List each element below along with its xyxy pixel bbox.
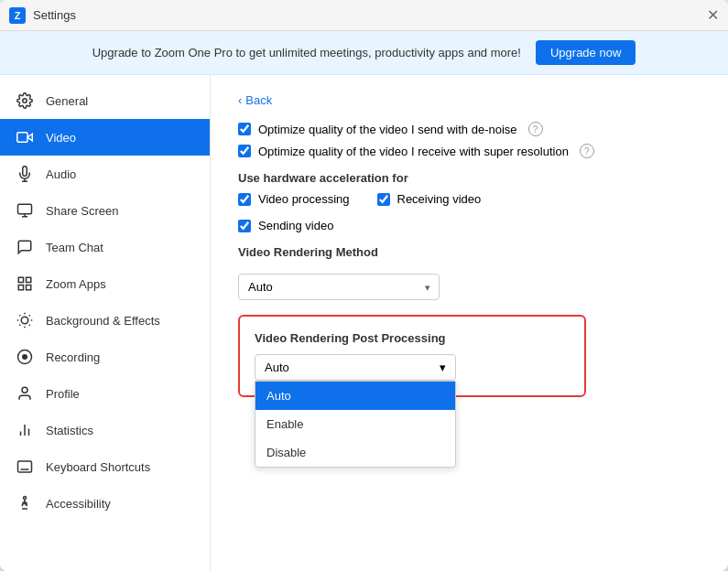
hardware-accel-title: Use hardware acceleration for	[238, 171, 701, 185]
sidebar-item-label: Team Chat	[46, 241, 103, 254]
zoom-logo-icon: Z	[9, 7, 26, 24]
main-content: GeneralVideoAudioShare ScreenTeam ChatZo…	[0, 75, 728, 571]
post-processing-dropdown-container: Auto ▾ Auto Enable Disable	[255, 354, 456, 381]
hardware-accel-group: Video processing Receiving video	[238, 192, 701, 213]
sidebar-item-zoom-apps[interactable]: Zoom Apps	[0, 265, 210, 302]
denoise-checkbox[interactable]	[238, 123, 251, 135]
svg-point-0	[23, 99, 27, 103]
sidebar-item-statistics[interactable]: Statistics	[0, 412, 210, 448]
superres-label: Optimize quality of the video I receive …	[258, 145, 569, 158]
superres-checkbox[interactable]	[238, 145, 251, 157]
sending-video-checkbox[interactable]	[238, 220, 251, 232]
share-screen-icon	[15, 200, 35, 221]
rendering-method-select-wrapper: Auto Direct3D11 Direct3D9 OpenGL ▾	[238, 274, 440, 300]
post-processing-dropdown-trigger[interactable]: Auto ▾	[255, 354, 456, 381]
recording-icon	[15, 347, 35, 367]
statistics-icon	[15, 420, 35, 440]
sidebar-item-recording[interactable]: Recording	[0, 339, 210, 375]
team-chat-icon	[15, 237, 35, 257]
svg-rect-9	[27, 277, 31, 282]
accessibility-icon	[15, 493, 35, 513]
zoom-apps-icon	[15, 274, 35, 294]
svg-point-23	[22, 387, 27, 393]
post-processing-title: Video Rendering Post Processing	[255, 331, 570, 345]
sidebar-item-background-effects[interactable]: Background & Effects	[0, 302, 210, 339]
post-processing-box: Video Rendering Post Processing Auto ▾ A…	[238, 315, 586, 397]
settings-window: Z Settings ✕ Upgrade to Zoom One Pro to …	[0, 0, 728, 571]
general-icon	[15, 91, 35, 111]
post-processing-selected: Auto	[265, 361, 289, 374]
sidebar-item-label: Video	[46, 131, 76, 145]
audio-icon	[15, 164, 35, 184]
sidebar-item-label: Share Screen	[46, 204, 119, 218]
sidebar-item-keyboard-shortcuts[interactable]: Keyboard Shortcuts	[0, 448, 210, 485]
video-processing-row: Video processing	[238, 192, 350, 206]
post-processing-dropdown-menu: Auto Enable Disable	[255, 381, 456, 468]
sidebar-item-label: Accessibility	[46, 497, 111, 511]
back-label: Back	[245, 93, 272, 107]
sidebar-item-general[interactable]: General	[0, 82, 210, 119]
title-bar: Z Settings ✕	[0, 0, 728, 31]
sidebar-item-label: Keyboard Shortcuts	[46, 460, 150, 474]
video-processing-label: Video processing	[258, 192, 350, 206]
close-button[interactable]: ✕	[706, 9, 719, 22]
post-processing-arrow-icon: ▾	[440, 361, 446, 374]
back-chevron-icon: ‹	[238, 93, 242, 107]
receiving-video-label: Receiving video	[397, 192, 482, 206]
svg-point-12	[21, 317, 28, 324]
svg-rect-10	[18, 286, 23, 290]
svg-rect-11	[27, 286, 31, 290]
upgrade-bar: Upgrade to Zoom One Pro to get unlimited…	[0, 31, 728, 75]
window-title: Settings	[33, 8, 76, 22]
post-processing-option-enable[interactable]: Enable	[255, 410, 455, 438]
sidebar-item-video[interactable]: Video	[0, 119, 210, 156]
svg-line-20	[29, 315, 30, 316]
denoise-checkbox-row: Optimize quality of the video I send wit…	[238, 122, 701, 136]
svg-line-15	[19, 315, 20, 316]
sidebar-item-label: Statistics	[46, 424, 93, 437]
sidebar-item-label: Recording	[46, 350, 100, 364]
sidebar-item-label: Zoom Apps	[46, 277, 106, 291]
svg-rect-8	[18, 277, 23, 282]
sidebar-item-audio[interactable]: Audio	[0, 156, 210, 192]
sending-video-row: Sending video	[238, 219, 701, 232]
keyboard-shortcuts-icon	[15, 457, 35, 477]
sending-video-label: Sending video	[258, 219, 333, 232]
denoise-help-icon[interactable]: ?	[528, 122, 543, 136]
upgrade-now-button[interactable]: Upgrade now	[536, 40, 636, 65]
video-processing-checkbox[interactable]	[238, 193, 251, 206]
denoise-label: Optimize quality of the video I send wit…	[258, 123, 517, 136]
sidebar-item-label: Audio	[46, 167, 76, 181]
profile-icon	[15, 383, 35, 404]
receiving-video-row: Receiving video	[377, 192, 482, 206]
svg-marker-1	[27, 134, 32, 141]
post-processing-option-disable[interactable]: Disable	[255, 438, 455, 467]
back-link[interactable]: ‹ Back	[238, 93, 701, 107]
sidebar-item-label: General	[46, 94, 88, 108]
background-effects-icon	[15, 310, 35, 330]
sidebar-item-share-screen[interactable]: Share Screen	[0, 192, 210, 229]
sidebar-item-profile[interactable]: Profile	[0, 375, 210, 412]
superres-help-icon[interactable]: ?	[580, 144, 594, 158]
svg-line-19	[19, 325, 20, 326]
title-bar-left: Z Settings	[9, 7, 76, 24]
svg-rect-5	[18, 204, 32, 214]
svg-point-28	[24, 497, 27, 500]
rendering-method-select[interactable]: Auto Direct3D11 Direct3D9 OpenGL	[238, 274, 440, 300]
sidebar: GeneralVideoAudioShare ScreenTeam ChatZo…	[0, 75, 211, 571]
upgrade-bar-text: Upgrade to Zoom One Pro to get unlimited…	[92, 46, 521, 59]
svg-line-16	[29, 325, 30, 326]
superres-checkbox-row: Optimize quality of the video I receive …	[238, 144, 701, 158]
sidebar-item-label: Background & Effects	[46, 314, 160, 328]
sidebar-item-team-chat[interactable]: Team Chat	[0, 229, 210, 265]
content-area: ‹ Back Optimize quality of the video I s…	[211, 75, 728, 571]
post-processing-option-auto[interactable]: Auto	[255, 382, 455, 410]
sidebar-item-accessibility[interactable]: Accessibility	[0, 485, 210, 522]
sidebar-item-label: Profile	[46, 387, 80, 401]
svg-point-22	[23, 355, 27, 360]
receiving-video-checkbox[interactable]	[377, 193, 390, 206]
svg-rect-2	[17, 133, 27, 143]
video-icon	[15, 127, 35, 147]
rendering-method-title: Video Rendering Method	[238, 245, 701, 259]
